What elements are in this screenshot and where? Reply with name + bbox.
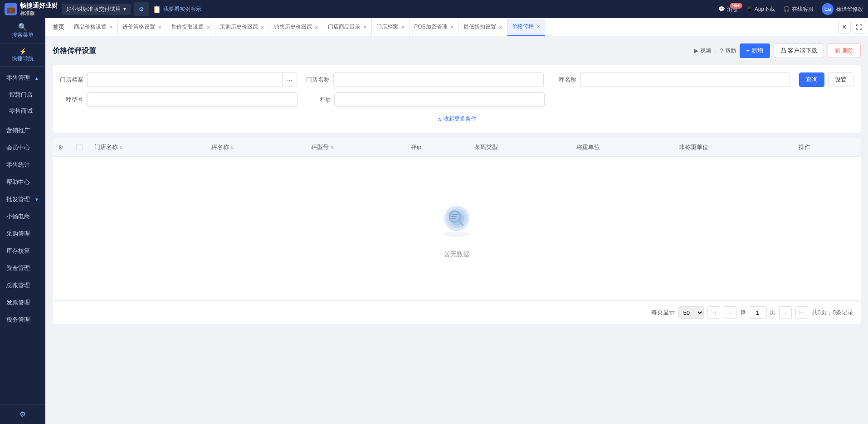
page-input[interactable]	[749, 306, 767, 319]
next-page-btn[interactable]: ›	[779, 306, 792, 319]
help-link[interactable]: ? 帮助	[720, 47, 736, 55]
tab-close-store-file[interactable]: ×	[401, 24, 405, 31]
top-bar: 💼 畅捷通好业财 标准版 好业财标准版交付试用 ▾ ⚙ 📋 我要看实例演示 💬 …	[0, 0, 868, 18]
scale-name-input[interactable]	[580, 72, 790, 87]
empty-row: 暂无数据	[53, 157, 861, 300]
tab-sale-price[interactable]: 售价提取设置 ×	[166, 18, 215, 36]
sidebar-item-small-ecom[interactable]: 小畅电商	[0, 208, 45, 225]
sidebar-item-retail[interactable]: 零售管理 ▲	[0, 69, 45, 87]
sidebar-item-tax[interactable]: 税务管理	[0, 311, 45, 328]
tab-purchase-strategy[interactable]: 进价策略设置 ×	[118, 18, 166, 36]
tab-purchase-history[interactable]: 采购历史价跟踪 ×	[215, 18, 269, 36]
tab-close-all[interactable]: ×	[838, 21, 851, 34]
first-page-btn[interactable]: ⊣	[707, 306, 720, 319]
logo-icon: 💼	[5, 3, 17, 15]
delete-button[interactable]: 面 删除	[828, 43, 861, 58]
message-action[interactable]: 💬 消息 99+	[718, 5, 738, 13]
filter-scale-model-label: 秤型号	[60, 96, 83, 104]
svg-rect-6	[451, 214, 458, 215]
tab-price-transfer[interactable]: 价格传秤 ×	[507, 18, 545, 36]
scale-model-input[interactable]	[87, 92, 298, 107]
tab-price-setting[interactable]: 商品价格设置 ×	[69, 18, 118, 36]
tab-expand[interactable]: ⛶	[853, 21, 865, 34]
online-service-action[interactable]: 🎧 在线客服	[783, 5, 814, 13]
column-settings-icon[interactable]: ⚙	[58, 144, 63, 151]
select-all-checkbox[interactable]	[76, 144, 83, 150]
user-area[interactable]: Ea 徐泽华修改	[822, 3, 863, 15]
video-link[interactable]: ▶ 视频	[694, 47, 711, 55]
tab-close-sale-history[interactable]: ×	[315, 24, 318, 31]
filter-collapse: ∧ 收起更多条件	[60, 112, 853, 125]
settings-query-button[interactable]: 设置	[828, 72, 853, 87]
filter-scale-name: 秤名称	[553, 72, 790, 87]
user-name: 徐泽华修改	[836, 5, 863, 13]
th-scale-name[interactable]: 秤名称 ⇅	[206, 138, 306, 157]
separator: |	[715, 48, 716, 54]
tab-close-sale-price[interactable]: ×	[206, 24, 210, 31]
tab-store-file[interactable]: 门店档案 ×	[372, 18, 410, 36]
th-scale-ip: 秤ip	[405, 138, 469, 157]
page-title: 价格传秤设置	[53, 46, 96, 56]
download-button[interactable]: 凸 客户端下载	[774, 43, 824, 58]
tab-close-purchase-strategy[interactable]: ×	[158, 24, 161, 31]
tab-bar: 首页 商品价格设置 × 进价策略设置 × 售价提取设置 × 采购历史价跟踪 ×	[45, 18, 868, 36]
th-weight-unit: 称重单位	[571, 138, 673, 157]
sort-scale-model-icon: ⇅	[330, 145, 334, 150]
sidebar-quick-nav[interactable]: ⚡ 快捷导航	[0, 44, 45, 67]
filter-panel: 门店档案 ··· 门店名称 秤名称	[53, 65, 861, 133]
tab-close-purchase-history[interactable]: ×	[261, 24, 264, 31]
last-page-btn[interactable]: ⊢	[795, 306, 808, 319]
sidebar-item-retail-mall[interactable]: 零售商城	[0, 103, 45, 119]
sidebar-item-help[interactable]: 帮助中心	[0, 173, 45, 191]
pagination-page: 算 页	[740, 306, 775, 319]
sidebar-item-retail-stats[interactable]: 零售统计	[0, 156, 45, 173]
sidebar-item-member[interactable]: 会员中心	[0, 139, 45, 156]
per-page-label: 每页显示	[651, 308, 675, 317]
th-store-name[interactable]: 门店名称 ⇅	[89, 138, 206, 157]
sidebar-item-purchase[interactable]: 采购管理	[0, 225, 45, 242]
app-download-action[interactable]: 📱 App下载	[746, 5, 775, 13]
tab-close-store-catalog[interactable]: ×	[363, 24, 367, 31]
table-wrapper: ⚙ 门店名称 ⇅	[53, 138, 861, 324]
table-header-row: ⚙ 门店名称 ⇅	[53, 138, 861, 157]
svg-point-0	[443, 231, 470, 237]
scale-ip-input[interactable]	[334, 92, 545, 107]
tab-home[interactable]: 首页	[48, 18, 69, 36]
sidebar-settings[interactable]: ⚙	[0, 404, 45, 424]
sidebar-item-invoice[interactable]: 发票管理	[0, 294, 45, 311]
version-select[interactable]: 好业财标准版交付试用 ▾	[62, 4, 131, 15]
sidebar-item-batch[interactable]: 批发管理 ▼	[0, 191, 45, 208]
chevron-up-icon: ▲	[34, 76, 39, 81]
th-scale-model[interactable]: 秤型号 ⇅	[306, 138, 405, 157]
query-button[interactable]: 查询	[799, 72, 824, 87]
page-actions: ▶ 视频 | ? 帮助 + 新增 凸 客户端下载	[694, 43, 861, 58]
sidebar-item-funds[interactable]: 资金管理	[0, 260, 45, 277]
sidebar-item-marketing[interactable]: 营销推广	[0, 122, 45, 139]
per-page-select[interactable]: 50 10 20 100	[678, 306, 704, 319]
sidebar-search[interactable]: 🔍 搜索菜单	[0, 18, 45, 44]
tab-pos-manage[interactable]: POS加密管理 ×	[410, 18, 459, 36]
filter-scale-ip: 秤ip	[307, 92, 545, 107]
add-button[interactable]: + 新增	[740, 43, 770, 58]
prev-page-btn[interactable]: ‹	[724, 306, 736, 319]
tab-close-price-transfer[interactable]: ×	[536, 23, 540, 30]
th-settings[interactable]: ⚙	[53, 138, 71, 157]
tab-store-catalog[interactable]: 门店商品目录 ×	[323, 18, 372, 36]
store-name-input[interactable]	[333, 72, 543, 87]
sidebar-item-general-ledger[interactable]: 总账管理	[0, 277, 45, 294]
demo-link[interactable]: 📋 我要看实例演示	[152, 5, 201, 14]
table-body: 暂无数据	[53, 157, 861, 300]
message-icon: 💬	[718, 6, 725, 12]
avatar: Ea	[822, 3, 834, 15]
store-file-input[interactable]	[87, 72, 282, 87]
tab-min-discount[interactable]: 最低折扣设置 ×	[459, 18, 507, 36]
collapse-button[interactable]: ∧ 收起更多条件	[438, 115, 476, 123]
sidebar-item-smart-store[interactable]: 智慧门店	[0, 87, 45, 103]
sidebar-item-inventory[interactable]: 库存核算	[0, 242, 45, 260]
settings-icon[interactable]: ⚙	[134, 2, 149, 16]
tab-close-pos-manage[interactable]: ×	[450, 24, 454, 31]
tab-sale-history[interactable]: 销售历史价跟踪 ×	[269, 18, 323, 36]
tab-close-price-setting[interactable]: ×	[109, 24, 113, 31]
store-file-ellipsis-btn[interactable]: ···	[282, 72, 297, 87]
tab-close-min-discount[interactable]: ×	[499, 24, 502, 31]
